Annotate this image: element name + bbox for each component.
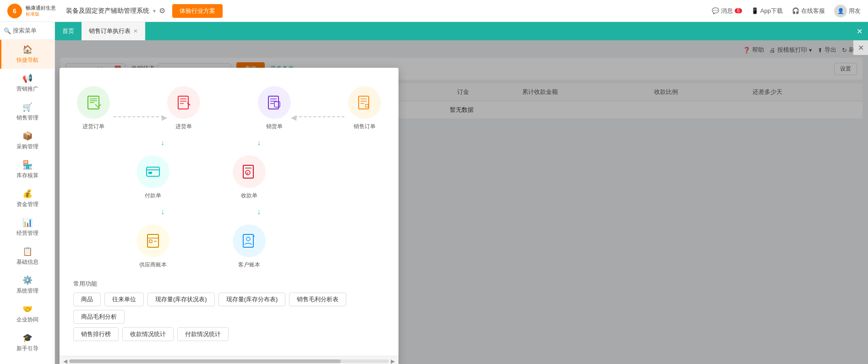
flow-row-2: 付款单 ¥ 收款单 bbox=[73, 148, 385, 207]
receipt-circle[interactable]: ¥ bbox=[233, 155, 266, 188]
scrollbar-track[interactable] bbox=[69, 359, 389, 363]
svg-rect-26 bbox=[149, 240, 152, 243]
svg-rect-19 bbox=[148, 172, 152, 174]
tab-close-icon[interactable]: ✕ bbox=[133, 28, 138, 34]
down-arrow-sales-icon: ↓ bbox=[257, 139, 261, 147]
sales-icon: 🛒 bbox=[22, 102, 33, 112]
system-icon: ⚙️ bbox=[22, 275, 33, 285]
flow-node-payment[interactable]: 付款单 bbox=[133, 148, 173, 207]
flow-node-sales-order[interactable]: 销售订单 bbox=[344, 79, 385, 138]
modal-close-button[interactable]: ✕ bbox=[853, 40, 868, 55]
func-btn-inventory-dist[interactable]: 现存量(库存分布表) bbox=[218, 293, 286, 306]
content-area: 首页 销售订单执行表 ✕ ✕ ❓ 帮助 🖨 按模板打印 ▾ bbox=[55, 22, 868, 364]
flow-node-customer-account[interactable]: 客户账本 bbox=[229, 217, 269, 276]
sidebar-item-operation[interactable]: 📊 经营管理 bbox=[0, 213, 55, 242]
logo-text: 畅康通好生意 标准版 bbox=[26, 5, 56, 17]
marketing-icon: 📢 bbox=[22, 73, 33, 83]
finance-icon: 💰 bbox=[22, 189, 33, 199]
purchase-bill-circle[interactable] bbox=[167, 86, 200, 119]
sidebar-item-enterprise[interactable]: 🤝 企业协同 bbox=[0, 299, 55, 328]
search-icon: 🔍 bbox=[4, 27, 11, 34]
operation-icon: 📊 bbox=[22, 217, 33, 228]
purchase-bill-label: 进货单 bbox=[175, 123, 192, 130]
user-profile[interactable]: 👤 用友 bbox=[834, 5, 861, 17]
flow-node-purchase-bill[interactable]: 进货单 bbox=[164, 79, 204, 138]
message-action[interactable]: 💬 消息 6 bbox=[712, 7, 742, 15]
enterprise-icon: 🤝 bbox=[22, 304, 33, 314]
payment-circle[interactable] bbox=[136, 155, 169, 188]
sidebar-item-newbie[interactable]: 🎓 新手引导 bbox=[0, 328, 55, 357]
v-arrow-sales-order bbox=[325, 142, 385, 144]
customer-account-circle[interactable] bbox=[233, 224, 266, 257]
tab-bar: 首页 销售订单执行表 ✕ ✕ bbox=[55, 22, 868, 40]
sales-bill-circle[interactable] bbox=[258, 86, 291, 119]
logo-icon: 6 bbox=[7, 4, 22, 18]
settings-icon[interactable]: ⚙ bbox=[156, 5, 169, 17]
system-title-area: 装备及固定资产辅助管理系统 ▾ bbox=[66, 7, 156, 15]
avatar: 👤 bbox=[834, 5, 847, 17]
v-arrow-payment: ↓ bbox=[133, 207, 192, 217]
newbie-icon: 🎓 bbox=[22, 333, 33, 343]
func-btn-product[interactable]: 商品 bbox=[73, 293, 101, 306]
tab-home[interactable]: 首页 bbox=[55, 22, 82, 40]
sidebar-item-marketing[interactable]: 📢 营销推广 bbox=[0, 69, 55, 98]
common-functions: 常用功能 商品 往来单位 现存量(库存状况表) 现存量(库存分布表) 销售毛利分… bbox=[73, 280, 385, 341]
flow-node-purchase-order[interactable]: 进货订单 bbox=[73, 79, 114, 138]
sidebar-item-inventory[interactable]: 🏪 库存核算 bbox=[0, 155, 55, 184]
top-header: 6 畅康通好生意 标准版 装备及固定资产辅助管理系统 ▾ ⚙ 体验行业方案 💬 … bbox=[0, 0, 868, 22]
sidebar-item-purchase[interactable]: 📦 采购管理 bbox=[0, 126, 55, 155]
flow-node-supplier-account[interactable]: 供应商账本 bbox=[133, 217, 173, 276]
app-download-action[interactable]: 📱 App下载 bbox=[751, 7, 783, 15]
v-arrow-row-1: ↓ ↓ bbox=[73, 138, 385, 148]
svg-rect-12 bbox=[274, 102, 280, 107]
func-buttons-row2: 销售排行榜 收款情况统计 付款情况统计 bbox=[73, 327, 385, 341]
purchase-order-circle[interactable] bbox=[77, 86, 110, 119]
download-icon: 📱 bbox=[751, 7, 759, 14]
flow-node-sales-bill[interactable]: 销货单 bbox=[254, 79, 295, 138]
trial-button[interactable]: 体验行业方案 bbox=[172, 4, 223, 18]
sales-bill-label: 销货单 bbox=[266, 123, 283, 130]
flow-row-1: 进货订单 ▶ bbox=[73, 79, 385, 138]
sidebar-item-quick-nav[interactable]: 🏠 快捷导航 bbox=[0, 40, 55, 69]
scroll-left-icon[interactable]: ◀ bbox=[63, 358, 67, 364]
func-btn-product-profit[interactable]: 商品毛利分析 bbox=[73, 310, 125, 324]
down-arrow-purchase-icon: ↓ bbox=[161, 139, 164, 147]
flow-row-3: 供应商账本 客户账本 bbox=[73, 217, 385, 276]
purchase-order-label: 进货订单 bbox=[82, 123, 104, 130]
func-btn-sales-rank[interactable]: 销售排行榜 bbox=[73, 327, 119, 341]
v-arrow-sales-bill: ↓ bbox=[229, 138, 289, 148]
func-btn-partner[interactable]: 往来单位 bbox=[104, 293, 144, 306]
func-btn-receipt-stats[interactable]: 收款情况统计 bbox=[122, 327, 174, 341]
logo-area: 6 畅康通好生意 标准版 bbox=[7, 4, 62, 18]
receipt-label: 收款单 bbox=[241, 192, 257, 200]
system-title: 装备及固定资产辅助管理系统 bbox=[66, 7, 149, 15]
sidebar-item-basic[interactable]: 📋 基础信息 bbox=[0, 242, 55, 271]
func-btn-payment-stats[interactable]: 付款情况统计 bbox=[177, 327, 229, 341]
supplier-account-circle[interactable] bbox=[136, 224, 169, 257]
service-icon: 🎧 bbox=[792, 7, 799, 14]
func-btn-sales-profit[interactable]: 销售毛利分析表 bbox=[289, 293, 346, 306]
v-arrow-purchase-bill: ↓ bbox=[133, 138, 192, 148]
flow-diagram: 进货订单 ▶ bbox=[73, 79, 385, 276]
scroll-right-icon[interactable]: ▶ bbox=[391, 358, 395, 364]
message-badge: 6 bbox=[735, 8, 742, 13]
tab-sales-exec[interactable]: 销售订单执行表 ✕ bbox=[82, 22, 145, 40]
sidebar-item-system[interactable]: ⚙️ 系统管理 bbox=[0, 271, 55, 299]
sidebar-item-sales[interactable]: 🛒 销售管理 bbox=[0, 98, 55, 126]
func-btn-inventory-status[interactable]: 现存量(库存状况表) bbox=[147, 293, 215, 306]
modal-box: 进货订单 ▶ bbox=[60, 68, 399, 364]
common-functions-title: 常用功能 bbox=[73, 280, 385, 288]
header-right: 💬 消息 6 📱 App下载 🎧 在线客服 👤 用友 bbox=[712, 5, 861, 17]
sidebar-item-finance[interactable]: 💰 资金管理 bbox=[0, 184, 55, 213]
svg-rect-17 bbox=[147, 167, 159, 176]
func-buttons-row1: 商品 往来单位 现存量(库存状况表) 现存量(库存分布表) 销售毛利分析表 商品… bbox=[73, 293, 385, 324]
modal-overlay: 进货订单 ▶ bbox=[55, 40, 868, 364]
user-name: 用友 bbox=[849, 7, 861, 15]
modal-scrollbar: ◀ ▶ bbox=[60, 356, 399, 364]
sales-order-circle[interactable] bbox=[348, 86, 381, 119]
v-arrow-purchase-order bbox=[73, 142, 133, 144]
flow-node-receipt[interactable]: ¥ 收款单 bbox=[229, 148, 269, 207]
tab-bar-close-icon[interactable]: ✕ bbox=[857, 27, 863, 36]
online-service-action[interactable]: 🎧 在线客服 bbox=[792, 7, 825, 15]
sidebar-search[interactable]: 🔍 搜索菜单 bbox=[0, 22, 55, 40]
